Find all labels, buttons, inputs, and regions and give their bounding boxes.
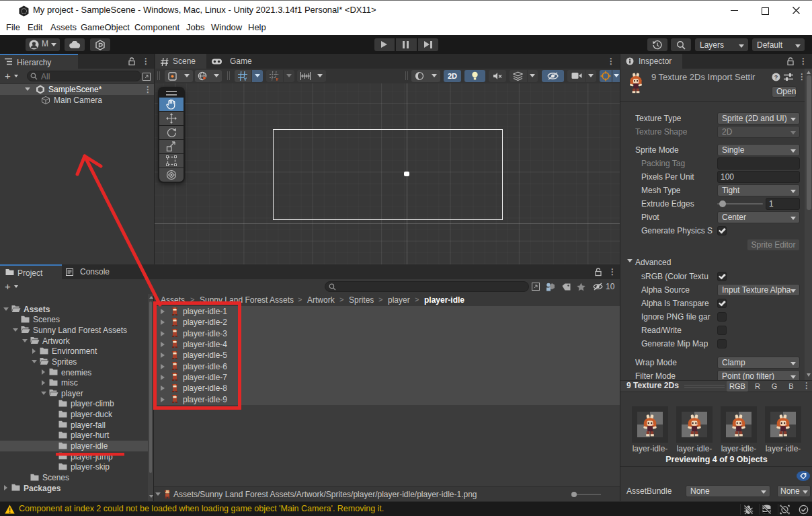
svg-text:?: ?	[774, 74, 778, 81]
